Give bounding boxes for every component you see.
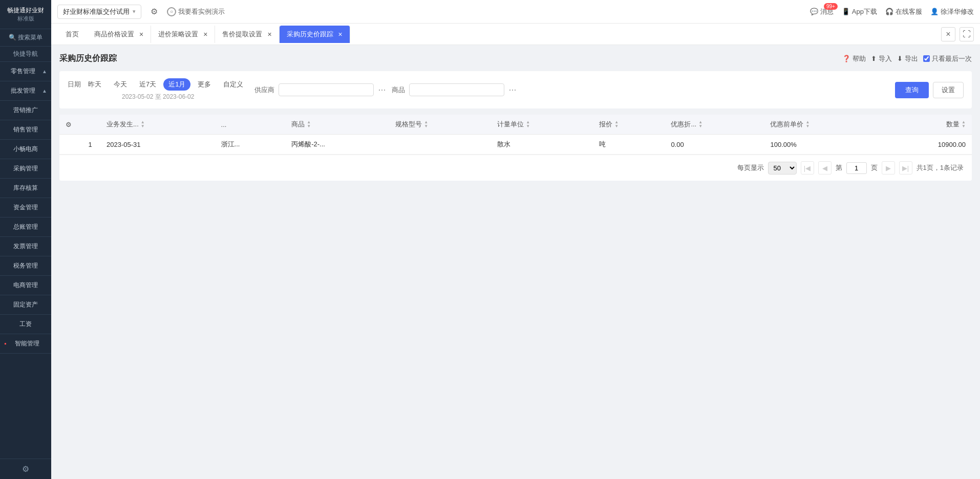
sidebar-item-tax[interactable]: 税务管理 bbox=[0, 256, 51, 276]
prev-page-btn[interactable]: ◀ bbox=[818, 161, 832, 175]
supplier-filter-group: 供应商 ··· bbox=[254, 83, 386, 96]
tab-history-price-close[interactable]: × bbox=[338, 30, 343, 38]
sidebar-item-ledger[interactable]: 总账管理 bbox=[0, 217, 51, 237]
sidebar-gear-icon[interactable]: ⚙ bbox=[22, 465, 29, 473]
sidebar-item-inventory[interactable]: 库存核算 bbox=[0, 179, 51, 198]
row-supplier-cell: 浙江... bbox=[215, 135, 286, 155]
tab-close-btn[interactable]: × bbox=[941, 27, 955, 41]
th-discount[interactable]: 优惠折... ▲▼ bbox=[665, 115, 764, 135]
export-btn[interactable]: ⬇ 导出 bbox=[897, 54, 918, 63]
user-menu-btn[interactable]: 👤 徐泽华修改 bbox=[930, 7, 974, 16]
tab-history-price[interactable]: 采购历史价跟踪 × bbox=[280, 26, 350, 43]
settings-button[interactable]: 设置 bbox=[933, 82, 964, 98]
next-page-btn[interactable]: ▶ bbox=[882, 161, 895, 175]
sidebar-item-invoice[interactable]: 发票管理 bbox=[0, 237, 51, 256]
date-option-custom[interactable]: 自定义 bbox=[218, 78, 248, 91]
tab-history-price-label: 采购历史价跟踪 bbox=[287, 30, 333, 39]
settings-icon: ⚙ bbox=[151, 7, 158, 16]
sidebar-item-retail[interactable]: 零售管理 ▲ bbox=[0, 62, 51, 81]
tab-home[interactable]: 首页 bbox=[57, 26, 87, 43]
date-option-more[interactable]: 更多 bbox=[193, 78, 216, 91]
sidebar-item-finance[interactable]: 资金管理 bbox=[0, 198, 51, 217]
row-no-cell: 1 bbox=[80, 135, 100, 155]
sidebar-item-payroll[interactable]: 工资 bbox=[0, 315, 51, 334]
help-btn[interactable]: ❓ 帮助 bbox=[842, 54, 866, 63]
total-info: 共1页，1条记录 bbox=[917, 163, 964, 172]
sidebar-quick-nav[interactable]: 快捷导航 bbox=[0, 47, 51, 62]
sidebar-item-sales[interactable]: 销售管理 bbox=[0, 120, 51, 140]
date-option-today[interactable]: 今天 bbox=[109, 78, 132, 91]
th-pre-discount-price[interactable]: 优惠前单价 ▲▼ bbox=[764, 115, 881, 135]
version-selector-text: 好业财标准版交付试用 bbox=[63, 7, 130, 16]
sidebar-item-payroll-label: 工资 bbox=[4, 320, 47, 329]
online-service-btn[interactable]: 🎧 在线客服 bbox=[885, 7, 922, 16]
user-icon: 👤 bbox=[930, 8, 939, 15]
demo-btn[interactable]: ○ 我要看实例演示 bbox=[167, 7, 225, 16]
sidebar-item-ecom[interactable]: 电商管理 bbox=[0, 276, 51, 295]
th-quantity[interactable]: 数量 ▲▼ bbox=[881, 115, 972, 135]
supplier-dots[interactable]: ··· bbox=[378, 84, 386, 95]
import-btn[interactable]: ⬆ 导入 bbox=[871, 54, 892, 63]
sidebar-settings[interactable]: ⚙ bbox=[0, 459, 51, 479]
main-area: 好业财标准版交付试用 ▾ ⚙ ○ 我要看实例演示 💬 消息 99+ 📱 App下… bbox=[51, 0, 980, 479]
page-header: 采购历史价跟踪 ❓ 帮助 ⬆ 导入 ⬇ 导出 只看最后一次 bbox=[59, 53, 972, 64]
message-btn[interactable]: 💬 消息 99+ bbox=[810, 7, 834, 16]
tab-expand-btn[interactable]: ⛶ bbox=[960, 27, 974, 41]
message-badge: 99+ bbox=[824, 3, 838, 10]
query-button[interactable]: 查询 bbox=[895, 82, 929, 98]
user-name: 徐泽华修改 bbox=[941, 7, 974, 16]
sidebar-search[interactable]: 🔍 搜索菜单 bbox=[0, 29, 51, 47]
th-product[interactable]: 商品 ▲▼ bbox=[285, 115, 389, 135]
pagination: 每页显示 50 10 20 100 |◀ ◀ 第 页 ▶ ▶| 共1页，1条记录 bbox=[59, 155, 972, 181]
row-reported-price-cell: 0.00 bbox=[665, 135, 764, 155]
page-number-input[interactable] bbox=[846, 162, 867, 174]
filter-bar: 日期 昨天 今天 近7天 近1月 更多 自定义 2023-05-02 至 202… bbox=[59, 71, 972, 108]
sidebar-item-smart[interactable]: ● 智能管理 bbox=[0, 334, 51, 354]
only-latest-checkbox[interactable] bbox=[923, 55, 930, 62]
nav-label: 快捷导航 bbox=[13, 50, 38, 57]
last-page-btn[interactable]: ▶| bbox=[899, 161, 912, 175]
data-table-container: ⚙ 业务发生... ▲▼ ... bbox=[59, 115, 972, 181]
th-unit[interactable]: 计量单位 ▲▼ bbox=[491, 115, 593, 135]
tab-purchase-strategy-close[interactable]: × bbox=[203, 30, 207, 38]
tab-sale-price-close[interactable]: × bbox=[267, 30, 271, 38]
date-option-7days[interactable]: 近7天 bbox=[134, 78, 161, 91]
product-input[interactable] bbox=[409, 83, 504, 96]
tab-purchase-strategy[interactable]: 进价策略设置 × bbox=[151, 26, 215, 43]
th-price[interactable]: 报价 ▲▼ bbox=[593, 115, 665, 135]
sidebar-item-retail-label: 零售管理 bbox=[4, 67, 42, 76]
tab-sale-price[interactable]: 售价提取设置 × bbox=[215, 26, 279, 43]
export-icon: ⬇ bbox=[897, 55, 903, 62]
tab-price-close[interactable]: × bbox=[139, 30, 143, 38]
tab-price[interactable]: 商品价格设置 × bbox=[87, 26, 151, 43]
th-dots[interactable]: ... bbox=[215, 115, 286, 135]
message-icon: 💬 bbox=[810, 8, 818, 15]
sidebar-item-ecom-light[interactable]: 小畅电商 bbox=[0, 140, 51, 159]
sidebar-item-ecom-label: 电商管理 bbox=[4, 281, 47, 290]
th-spec[interactable]: 规格型号 ▲▼ bbox=[389, 115, 491, 135]
product-dots[interactable]: ··· bbox=[508, 84, 516, 95]
sidebar-item-assets[interactable]: 固定资产 bbox=[0, 295, 51, 315]
app-download-btn[interactable]: 📱 App下载 bbox=[842, 7, 877, 16]
topbar: 好业财标准版交付试用 ▾ ⚙ ○ 我要看实例演示 💬 消息 99+ 📱 App下… bbox=[51, 0, 980, 24]
topbar-settings-btn[interactable]: ⚙ bbox=[146, 4, 162, 19]
sidebar-item-purchase[interactable]: 采购管理 bbox=[0, 159, 51, 179]
date-option-yesterday[interactable]: 昨天 bbox=[83, 78, 106, 91]
supplier-filter-label: 供应商 bbox=[254, 85, 274, 95]
supplier-input[interactable] bbox=[279, 83, 374, 96]
th-gear[interactable]: ⚙ bbox=[59, 115, 80, 135]
demo-circle-icon: ○ bbox=[167, 7, 176, 16]
import-icon: ⬆ bbox=[871, 55, 877, 62]
first-page-btn[interactable]: |◀ bbox=[801, 161, 814, 175]
date-option-1month[interactable]: 近1月 bbox=[163, 78, 190, 91]
per-page-select[interactable]: 50 10 20 100 bbox=[768, 162, 797, 175]
th-date[interactable]: 业务发生... ▲▼ bbox=[100, 115, 215, 135]
version-selector[interactable]: 好业财标准版交付试用 ▾ bbox=[57, 5, 141, 19]
sidebar-item-wholesale[interactable]: 批发管理 ▲ bbox=[0, 81, 51, 101]
sidebar-item-ecom-light-label: 小畅电商 bbox=[4, 145, 47, 154]
page-label: 第 bbox=[836, 163, 842, 172]
tab-sale-price-label: 售价提取设置 bbox=[222, 30, 262, 39]
sidebar-item-purchase-label: 采购管理 bbox=[4, 164, 47, 173]
sidebar-item-marketing[interactable]: 营销推广 bbox=[0, 101, 51, 120]
phone-icon: 📱 bbox=[842, 8, 850, 15]
